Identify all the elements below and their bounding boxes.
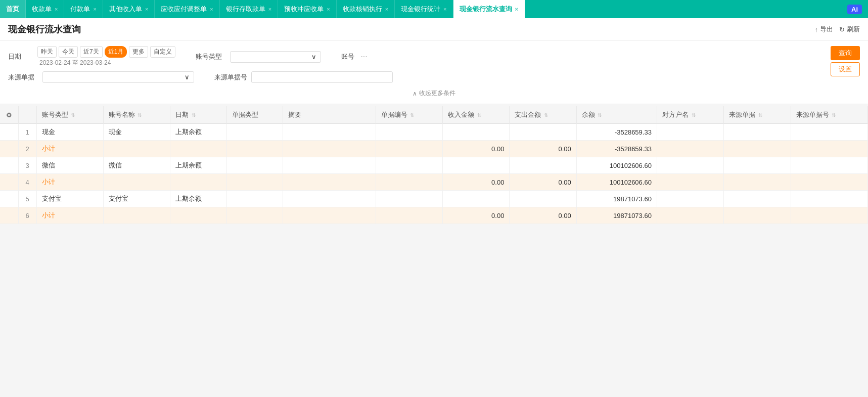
col-expense[interactable]: 支出金额 ⇅ [510, 106, 576, 124]
nav-item-payment[interactable]: 付款单 × [64, 0, 103, 18]
table-cell [283, 157, 376, 174]
col-balance[interactable]: 余额 ⇅ [576, 106, 657, 124]
table-cell [283, 207, 376, 224]
col-doc-no[interactable]: 单据编号 ⇅ [376, 106, 442, 124]
close-payment-icon[interactable]: × [93, 6, 96, 12]
nav-item-other-income[interactable]: 其他收入单 × [103, 0, 155, 18]
date-btn-7days[interactable]: 近7天 [80, 46, 103, 58]
ai-badge[interactable]: Ai [847, 5, 862, 14]
nav-item-bank-deposit[interactable]: 银行存取款单 × [220, 0, 278, 18]
col-source-doc[interactable]: 来源单据 ⇅ [724, 106, 791, 124]
table-row: 1现金现金上期余额-3528659.33 [0, 124, 868, 141]
col-gear[interactable]: ⚙ [0, 106, 18, 124]
source-doc-label: 来源单据 [8, 73, 38, 82]
nav-item-ap-adjust[interactable]: 应收应付调整单 × [155, 0, 219, 18]
source-doc-no-label: 来源单据号 [214, 73, 247, 82]
table-row: 2小计0.000.00-3528659.33 [0, 141, 868, 157]
table-cell [724, 191, 791, 207]
close-cash-bank-stat-icon[interactable]: × [443, 6, 446, 12]
nav-item-collection-exec[interactable]: 收款核销执行 × [337, 0, 395, 18]
close-receipt-icon[interactable]: × [55, 6, 58, 12]
col-doc-type: 单据类型 [226, 106, 283, 124]
table-row: 4小计0.000.00100102606.60 [0, 174, 868, 191]
table-cell: 19871073.60 [576, 191, 657, 207]
table-cell [376, 191, 442, 207]
date-btn-yesterday[interactable]: 昨天 [37, 46, 57, 58]
collapse-icon: ∧ [413, 90, 417, 97]
row-gear-cell [0, 174, 18, 191]
date-label: 日期 [8, 52, 33, 61]
table-cell: 0.00 [443, 174, 510, 191]
close-cash-bank-flow-icon[interactable]: × [515, 6, 518, 12]
close-ap-adjust-icon[interactable]: × [210, 6, 213, 12]
nav-item-home[interactable]: 首页 [0, 0, 26, 18]
table-cell: 小计 [36, 174, 103, 191]
table-cell: 4 [18, 174, 36, 191]
table-cell [283, 191, 376, 207]
settings-button[interactable]: 设置 [831, 62, 860, 76]
filter-row-date: 日期 昨天 今天 近7天 近1月 更多 自定义 2023-02-24 至 202… [8, 46, 831, 67]
nav-item-cash-bank-flow[interactable]: 现金银行流水查询 × [453, 0, 525, 18]
col-counterparty[interactable]: 对方户名 ⇅ [657, 106, 723, 124]
table-cell [791, 191, 867, 207]
account-type-label: 账号类型 [196, 52, 226, 61]
table-header-row: ⚙ 账号类型 ⇅ 账号名称 ⇅ 日期 ⇅ 单据类型 摘要 单据编号 ⇅ 收入金额… [0, 106, 868, 124]
nav-item-receipt[interactable]: 收款单 × [26, 0, 64, 18]
table-cell: -3528659.33 [576, 124, 657, 141]
export-button[interactable]: ↑ 导出 [815, 25, 834, 34]
close-advance-offset-icon[interactable]: × [327, 6, 330, 12]
table-cell [283, 174, 376, 191]
row-gear-cell [0, 141, 18, 157]
date-btn-today[interactable]: 今天 [59, 46, 78, 58]
table-cell: 0.00 [510, 207, 576, 224]
collapse-bar[interactable]: ∧ 收起更多条件 [8, 87, 860, 100]
table-cell [791, 207, 867, 224]
col-source-doc-no[interactable]: 来源单据号 ⇅ [791, 106, 867, 124]
nav-item-cash-bank-stat[interactable]: 现金银行统计 × [395, 0, 453, 18]
source-doc-select[interactable]: ∨ [42, 71, 194, 83]
col-account-type[interactable]: 账号类型 ⇅ [36, 106, 103, 124]
table-cell: 小计 [36, 207, 103, 224]
col-income[interactable]: 收入金额 ⇅ [443, 106, 510, 124]
table-cell [657, 141, 723, 157]
account-type-select[interactable]: ∨ [230, 51, 321, 63]
table-cell: 19871073.60 [576, 207, 657, 224]
col-date[interactable]: 日期 ⇅ [170, 106, 227, 124]
date-btn-more[interactable]: 更多 [129, 46, 148, 58]
date-btn-custom[interactable]: 自定义 [150, 46, 175, 58]
table-cell [226, 174, 283, 191]
table-cell [657, 124, 723, 141]
refresh-icon: ↻ [839, 26, 845, 33]
account-dots[interactable]: ··· [360, 52, 367, 61]
source-doc-chevron-icon: ∨ [185, 73, 190, 81]
table-cell [443, 124, 510, 141]
table-cell [443, 191, 510, 207]
table-cell [724, 141, 791, 157]
table-cell [226, 207, 283, 224]
date-btn-1month[interactable]: 近1月 [105, 46, 127, 58]
close-other-income-icon[interactable]: × [145, 6, 148, 12]
table-cell [226, 141, 283, 157]
table-cell: 上期余额 [170, 157, 227, 174]
date-block: 昨天 今天 近7天 近1月 更多 自定义 2023-02-24 至 2023-0… [37, 46, 175, 67]
table-row: 5支付宝支付宝上期余额19871073.60 [0, 191, 868, 207]
refresh-button[interactable]: ↻ 刷新 [839, 25, 860, 34]
table-body: 1现金现金上期余额-3528659.332小计0.000.00-3528659.… [0, 124, 868, 224]
row-gear-cell [0, 157, 18, 174]
query-button[interactable]: 查询 [831, 46, 860, 60]
source-doc-no-input[interactable] [251, 71, 393, 83]
table-cell [376, 174, 442, 191]
table-cell: -3528659.33 [576, 141, 657, 157]
data-table: ⚙ 账号类型 ⇅ 账号名称 ⇅ 日期 ⇅ 单据类型 摘要 单据编号 ⇅ 收入金额… [0, 106, 868, 224]
table-cell: 上期余额 [170, 124, 227, 141]
date-range-display: 2023-02-24 至 2023-03-24 [39, 59, 175, 67]
page-title: 现金银行流水查询 [8, 23, 81, 35]
close-bank-deposit-icon[interactable]: × [268, 6, 271, 12]
col-account-name[interactable]: 账号名称 ⇅ [103, 106, 170, 124]
nav-item-advance-offset[interactable]: 预收冲应收单 × [278, 0, 336, 18]
right-buttons: 查询 设置 [831, 46, 860, 76]
table-cell [657, 174, 723, 191]
table-cell [170, 141, 227, 157]
table-cell [443, 157, 510, 174]
close-collection-exec-icon[interactable]: × [385, 6, 388, 12]
